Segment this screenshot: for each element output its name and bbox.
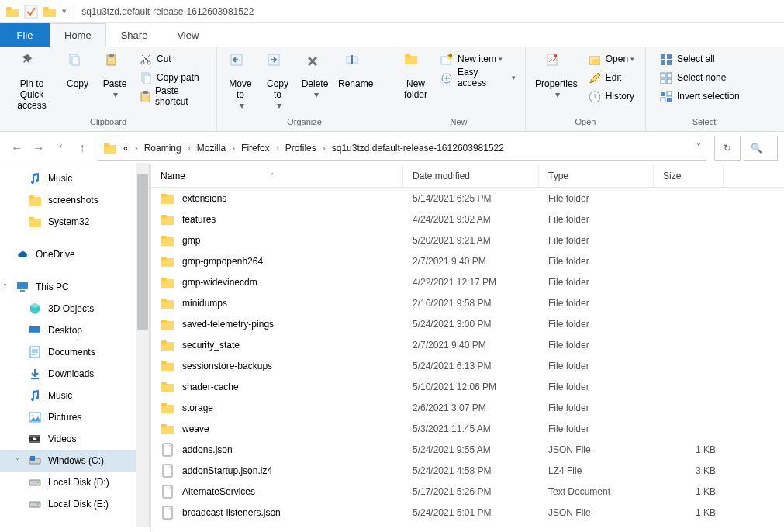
search-box[interactable]: 🔍 [744,136,778,161]
file-row[interactable]: security_state2/7/2021 9:40 PMFile folde… [151,334,784,355]
sidebar-item[interactable]: OneDrive [0,244,150,265]
tab-share[interactable]: Share [106,23,163,47]
file-list[interactable]: extensions5/14/2021 6:25 PMFile folderfe… [151,188,784,532]
file-row[interactable]: AlternateServices5/17/2021 5:26 PMText D… [151,481,784,502]
sidebar-item[interactable]: ˅This PC [0,276,150,298]
cut-button[interactable]: Cut [133,50,212,68]
file-row[interactable]: sessionstore-backups5/24/2021 6:13 PMFil… [151,355,784,376]
disk-icon [28,497,42,511]
qat-overflow-icon[interactable]: ▾ [62,6,67,16]
file-row[interactable]: storage2/6/2021 3:07 PMFile folder [151,397,784,418]
new-folder-button[interactable]: New folder [397,48,434,103]
breadcrumb-item[interactable]: sq1u3tzd.default-release-1612603981522 [330,143,506,154]
copy-to-button[interactable]: Copy to▾ [259,48,296,114]
move-to-button[interactable]: Move to▾ [222,48,259,114]
select-all-button[interactable]: Select all [654,50,744,68]
back-button[interactable]: ← [6,137,28,159]
column-type[interactable]: Type [539,164,654,187]
file-row[interactable]: features4/24/2021 9:02 AMFile folder [151,209,784,230]
open-button[interactable]: Open▾ [582,50,639,68]
sidebar-item[interactable]: Videos [0,428,150,450]
sort-indicator-icon: ˄ [271,172,275,180]
forward-button[interactable]: → [28,137,50,159]
file-type: File folder [539,319,654,330]
sidebar-item[interactable]: System32 [0,211,150,233]
file-row[interactable]: addonStartup.json.lz45/24/2021 4:58 PMLZ… [151,460,784,481]
file-name: extensions [182,193,226,204]
sidebar-item-label: Documents [48,347,95,358]
sidebar-item[interactable]: ˅Windows (C:) [0,450,150,472]
file-row[interactable]: saved-telemetry-pings5/24/2021 3:00 PMFi… [151,313,784,334]
sidebar-item-label: Windows (C:) [48,455,104,466]
desktop-icon [28,323,42,337]
file-row[interactable]: minidumps2/16/2021 9:58 PMFile folder [151,292,784,313]
sidebar-item[interactable]: Music [0,385,150,406]
file-row[interactable]: gmp5/20/2021 9:21 AMFile folder [151,230,784,250]
file-row[interactable]: weave5/3/2021 11:45 AMFile folder [151,418,784,439]
column-size[interactable]: Size [654,164,724,187]
tab-home[interactable]: Home [50,23,106,47]
expand-icon[interactable]: ˅ [16,457,19,465]
delete-button[interactable]: Delete▾ [296,48,333,103]
select-none-button[interactable]: Select none [654,68,744,87]
address-bar[interactable]: « ›Roaming›Mozilla›Firefox›Profiles›sq1u… [98,136,706,161]
file-date: 5/3/2021 11:45 AM [403,423,539,434]
sidebar-item-label: Local Disk (E:) [48,499,109,510]
file-row[interactable]: addons.json5/24/2021 9:55 AMJSON File1 K… [151,439,784,460]
file-row[interactable]: shader-cache5/10/2021 12:06 PMFile folde… [151,376,784,397]
column-name[interactable]: Name˄ [151,164,403,187]
tab-file[interactable]: File [0,23,50,47]
sidebar-item[interactable]: screenshots [0,189,150,211]
tab-view[interactable]: View [162,23,213,47]
easy-access-button[interactable]: Easy access▾ [434,68,520,87]
rename-button[interactable]: Rename [333,48,378,92]
edit-button[interactable]: Edit [582,68,639,87]
sidebar-item[interactable]: Desktop [0,320,150,341]
breadcrumb-item[interactable]: Firefox [240,143,271,154]
address-dropdown-icon[interactable]: ˅ [696,143,701,154]
properties-button[interactable]: Properties▾ [530,48,582,103]
sidebar-item[interactable]: Local Disk (E:) [0,493,150,515]
copy-path-button[interactable]: Copy path [133,68,212,87]
sidebar-scrollbar[interactable] [136,163,150,527]
file-type: File folder [539,361,654,371]
paste-shortcut-button[interactable]: Paste shortcut [133,87,212,105]
file-row[interactable]: broadcast-listeners.json5/24/2021 5:01 P… [151,502,784,523]
file-row[interactable]: extensions5/14/2021 6:25 PMFile folder [151,188,784,209]
file-date: 5/10/2021 12:06 PM [403,382,539,392]
paste-button[interactable]: Paste▾ [96,48,133,103]
copy-button[interactable]: Copy [59,48,96,92]
up-button[interactable]: ↑ [71,137,93,159]
file-row[interactable]: gmp-widevinecdm4/22/2021 12:17 PMFile fo… [151,271,784,292]
column-date[interactable]: Date modified [403,164,539,187]
invert-selection-button[interactable]: Invert selection [654,87,744,105]
history-button[interactable]: History [582,87,639,105]
music-icon [28,171,42,185]
file-type: File folder [539,298,654,309]
qat-checkbox-icon[interactable] [24,5,38,19]
sidebar-item[interactable]: 3D Objects [0,298,150,320]
pin-quick-access-button[interactable]: Pin to Quick access [5,48,59,114]
file-size: 1 KB [654,507,724,518]
breadcrumb-overflow[interactable]: « [122,143,130,154]
breadcrumb-item[interactable]: Profiles [284,143,318,154]
sidebar-item[interactable]: Pictures [0,406,150,428]
expand-icon[interactable]: ˅ [3,283,7,292]
file-date: 5/24/2021 9:55 AM [403,444,539,455]
sidebar-item-label: Desktop [48,325,82,336]
navigation-pane[interactable]: MusicscreenshotsSystem32OneDrive˅This PC… [0,164,151,532]
file-date: 5/17/2021 5:26 PM [403,486,539,497]
sidebar-item[interactable]: Downloads [0,363,150,385]
vids-icon [28,432,42,446]
recent-dropdown[interactable]: ˅ [50,137,71,159]
new-item-button[interactable]: New item▾ [434,50,520,68]
disk-icon [28,475,42,489]
sidebar-item[interactable]: Documents [0,341,150,363]
breadcrumb-item[interactable]: Roaming [143,143,183,154]
breadcrumb-item[interactable]: Mozilla [195,143,227,154]
file-type: File folder [539,256,654,267]
sidebar-item[interactable]: Music [0,168,150,189]
sidebar-item[interactable]: Local Disk (D:) [0,472,150,493]
refresh-button[interactable]: ↻ [714,136,741,161]
file-row[interactable]: gmp-gmpopenh2642/7/2021 9:40 PMFile fold… [151,250,784,271]
